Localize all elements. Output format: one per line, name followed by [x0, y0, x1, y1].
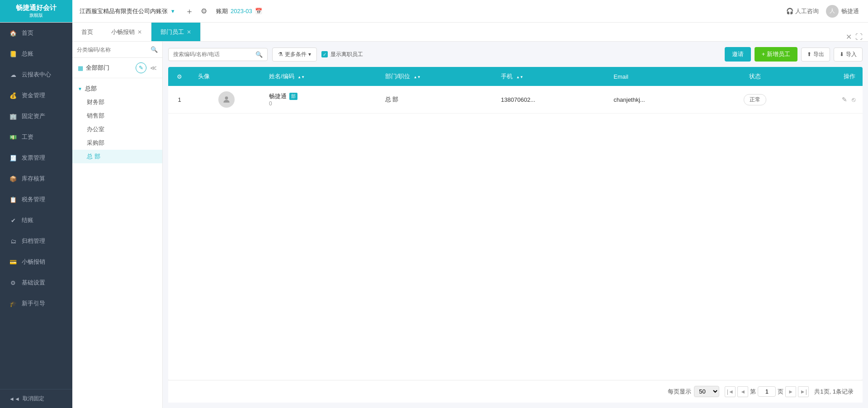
close-window-icon[interactable]: ✕	[846, 33, 852, 41]
col-settings[interactable]: ⚙	[168, 67, 191, 86]
dept-search-icon[interactable]: 🔍	[151, 46, 158, 53]
dept-child-sales[interactable]: 销售部	[72, 109, 162, 123]
show-resigned-checkbox[interactable]	[321, 51, 328, 57]
page-content: 🔍 ▦ 全部部门 ✎ ≪ ▼ 总部 财务部 销售部	[72, 42, 868, 408]
col-dept-position[interactable]: 部门/职位 ▲▼	[378, 67, 494, 86]
sidebar-label-salary: 工资	[22, 133, 33, 141]
employee-table: ⚙ 头像 姓名/编码 ▲▼ 部门/职位 ▲▼ 手机 ▲▼	[168, 67, 863, 380]
employee-search-icon[interactable]: 🔍	[255, 51, 263, 58]
headset-icon: 🎧	[786, 8, 793, 14]
basic-settings-icon: ⚙	[9, 279, 17, 287]
name-code-block: 畅捷通 部 0	[269, 92, 371, 107]
sidebar-label-cloud-report: 云报表中心	[22, 71, 51, 79]
invite-button[interactable]: 邀请	[725, 47, 751, 62]
sidebar-item-home[interactable]: 🏠 首页	[0, 23, 72, 43]
main-layout: 🏠 首页 📒 总账 ☁ 云报表中心 💰 资金管理 🏢 固定资产 💵 工资 🧾 发…	[0, 23, 868, 408]
checkout-icon: ✔	[9, 216, 17, 224]
sidebar-pin-toggle[interactable]: ◄◄ 取消固定	[0, 389, 72, 408]
sidebar-label-guide: 新手引导	[22, 299, 45, 308]
add-tab-icon[interactable]: ＋	[185, 6, 193, 17]
tab-dept-close[interactable]: ✕	[187, 29, 191, 35]
tab-home[interactable]: 首页	[72, 23, 102, 41]
sidebar-item-archive[interactable]: 🗂 归档管理	[0, 231, 72, 251]
page-number-input[interactable]	[758, 386, 776, 397]
calendar-icon[interactable]: 📅	[255, 8, 262, 14]
service-label: 人工咨询	[795, 7, 819, 15]
archive-icon: 🗂	[9, 237, 17, 245]
dept-group-general[interactable]: ▼ 总部	[72, 82, 162, 95]
sidebar-label-archive: 归档管理	[22, 237, 45, 245]
employee-code: 0	[269, 100, 371, 107]
sidebar-item-inventory[interactable]: 📦 库存核算	[0, 168, 72, 189]
sidebar-item-tax[interactable]: 📋 税务管理	[0, 189, 72, 210]
import-button[interactable]: ⬇ 导入	[834, 47, 863, 62]
col-name-code[interactable]: 姓名/编码 ▲▼	[262, 67, 378, 86]
dept-child-finance[interactable]: 财务部	[72, 95, 162, 109]
first-page-button[interactable]: |◄	[725, 386, 736, 397]
employee-search-bar: 🔍	[168, 48, 268, 61]
sidebar-label-ledger: 总账	[22, 50, 33, 58]
dept-collapse-icon[interactable]: ≪	[150, 64, 157, 71]
import-label: 导入	[846, 51, 857, 58]
show-resigned-toggle[interactable]: 显示离职员工	[321, 51, 363, 58]
user-area[interactable]: 人 畅捷通	[826, 5, 859, 18]
last-page-button[interactable]: ►|	[798, 386, 809, 397]
sidebar-item-invoice[interactable]: 🧾 发票管理	[0, 147, 72, 168]
sidebar-item-asset[interactable]: 🏢 固定资产	[0, 106, 72, 127]
logout-icon[interactable]: ⎋	[852, 96, 855, 103]
sidebar-item-ledger[interactable]: 📒 总账	[0, 43, 72, 64]
dept-group-label: 总部	[85, 85, 97, 93]
ledger-icon: 📒	[9, 50, 17, 58]
export-button[interactable]: ⬆ 导出	[801, 47, 830, 62]
avatar: 人	[826, 5, 839, 18]
col-phone[interactable]: 手机 ▲▼	[494, 67, 606, 86]
sidebar-item-salary[interactable]: 💵 工资	[0, 127, 72, 147]
account-period: 账期 2023-03 📅	[211, 7, 262, 15]
tab-expense-close[interactable]: ✕	[137, 29, 142, 35]
dept-search-input[interactable]	[77, 47, 148, 53]
sidebar-item-expense[interactable]: 💳 小畅报销	[0, 251, 72, 272]
sidebar-label-fund: 资金管理	[22, 91, 45, 100]
action-icons: ✎ ⎋	[805, 96, 855, 103]
sidebar-item-fund[interactable]: 💰 资金管理	[0, 85, 72, 106]
employee-search-input[interactable]	[173, 51, 253, 57]
service-button[interactable]: 🎧 人工咨询	[786, 7, 819, 15]
cell-name-code: 畅捷通 部 0	[262, 86, 378, 114]
tab-expense[interactable]: 小畅报销 ✕	[102, 23, 151, 41]
top-bar: 畅捷通好会计 旗舰版 江西服宝精品有限责任公司内账张 ▾ ＋ ⚙ 账期 2023…	[0, 0, 868, 23]
add-employee-button[interactable]: + 新增员工	[755, 47, 797, 62]
filter-dropdown-icon: ▾	[308, 51, 311, 57]
next-page-button[interactable]: ►	[785, 386, 796, 397]
dept-child-purchase[interactable]: 采购部	[72, 136, 162, 150]
company-dropdown-icon[interactable]: ▾	[171, 8, 175, 14]
status-badge: 正常	[744, 94, 766, 105]
dept-search-bar: 🔍	[72, 42, 162, 58]
employee-name: 畅捷通	[269, 92, 287, 100]
settings-icon[interactable]: ⚙	[201, 7, 207, 15]
sidebar-item-cloud-report[interactable]: ☁ 云报表中心	[0, 64, 72, 85]
import-icon: ⬇	[840, 51, 844, 57]
employee-toolbar: 🔍 ⚗ 更多条件 ▾ 显示离职员工 邀请 + 新增员工	[168, 47, 863, 62]
svg-point-0	[225, 96, 228, 100]
sidebar-item-guide[interactable]: 🎓 新手引导	[0, 293, 72, 314]
toolbar-right: 邀请 + 新增员工 ⬆ 导出 ⬇ 导入	[725, 47, 863, 62]
dept-edit-button[interactable]: ✎	[136, 62, 146, 73]
sidebar-item-checkout[interactable]: ✔ 结账	[0, 210, 72, 231]
content-area: 首页 小畅报销 ✕ 部门员工 ✕ ✕ ⛶ 🔍	[72, 23, 868, 408]
window-controls: ✕ ⛶	[840, 33, 868, 41]
edit-icon[interactable]: ✎	[842, 96, 847, 103]
sidebar-item-settings[interactable]: ⚙ 基础设置	[0, 272, 72, 293]
top-right: 🎧 人工咨询 人 畅捷通	[786, 5, 868, 18]
dept-child-general[interactable]: 总 部	[72, 150, 162, 163]
col-avatar: 头像	[191, 67, 262, 86]
prev-page-button[interactable]: ◄	[737, 386, 748, 397]
more-filters-button[interactable]: ⚗ 更多条件 ▾	[272, 47, 317, 62]
page-nav: |◄ ◄ 第 页 ► ►|	[725, 386, 809, 397]
tab-dept-employee[interactable]: 部门员工 ✕	[151, 23, 201, 41]
dept-child-office[interactable]: 办公室	[72, 123, 162, 136]
dept-badge: 部	[289, 93, 297, 100]
per-page-dropdown[interactable]: 50 100 200	[694, 386, 719, 397]
sidebar: 🏠 首页 📒 总账 ☁ 云报表中心 💰 资金管理 🏢 固定资产 💵 工资 🧾 发…	[0, 23, 72, 408]
expand-window-icon[interactable]: ⛶	[855, 33, 863, 41]
more-filters-label: 更多条件	[285, 51, 307, 58]
